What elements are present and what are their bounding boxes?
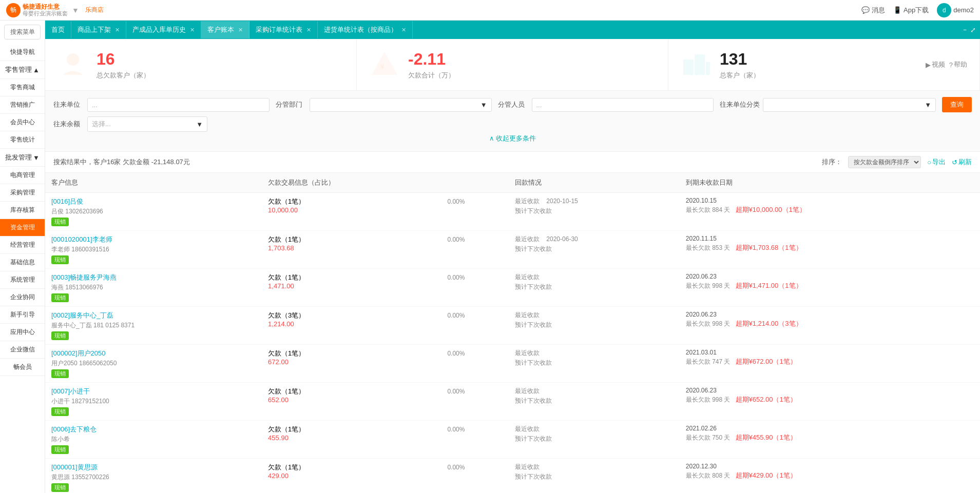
cell-customer: [000002]用户2050 用户2050 18665062050 现销	[45, 345, 262, 383]
cell-debt-info: 欠款（1笔） 1,703.68	[262, 231, 441, 269]
export-btn[interactable]: ○ 导出	[927, 157, 946, 167]
table-row: [0007]小进干 小进干 18279152100 现销 欠款（1笔） 652.…	[45, 383, 980, 421]
sidebar-item-enterprise[interactable]: 企业协同	[0, 289, 45, 306]
stat-card-total-customers: 131 总客户（家） ▶ 视频 ? 帮助	[668, 39, 980, 90]
customer-name-link[interactable]: [0016]吕俊	[51, 197, 256, 206]
tab-product-listing[interactable]: 商品上下架 ✕	[71, 21, 126, 38]
overdue-link[interactable]: 超期¥1,471.00（1笔）	[736, 282, 802, 289]
filter-input-balance[interactable]: 选择... ▼	[87, 116, 207, 132]
sidebar-item-wecom[interactable]: 企业微信	[0, 341, 45, 359]
sidebar-item-retail-stats[interactable]: 零售统计	[0, 131, 45, 149]
help-btn[interactable]: ? 帮助	[949, 60, 967, 69]
tab-label: 客户账本	[207, 25, 234, 34]
debt-amount[interactable]: 672.00	[268, 358, 435, 366]
sidebar-item-retail-mgmt[interactable]: 零售管理 ▲	[0, 61, 45, 79]
cell-due: 2020.10.15 最长欠款 884 天 超期¥10,000.00（1笔）	[680, 193, 980, 231]
customer-tag: 现销	[51, 407, 69, 416]
tab-home[interactable]: 首页	[45, 21, 71, 38]
message-btn[interactable]: 💬 消息	[861, 6, 885, 15]
sidebar-item-operations[interactable]: 经营管理	[0, 236, 45, 254]
sidebar-item-inventory[interactable]: 库存核算	[0, 202, 45, 219]
debt-amount[interactable]: 455.90	[268, 434, 435, 442]
tab-close-icon[interactable]: ✕	[401, 27, 406, 33]
customer-name-link[interactable]: [000002]用户2050	[51, 349, 256, 358]
tab-collapse-icon[interactable]: －	[962, 25, 968, 34]
tab-expand-icon[interactable]: ⤢	[970, 26, 976, 34]
sidebar-item-purchase[interactable]: 采购管理	[0, 184, 45, 202]
table-row: [0006]去下粮仓 陈小希 现销 欠款（1笔） 455.90 0.00% 最近…	[45, 421, 980, 459]
overdue-link[interactable]: 超期¥1,214.00（3笔）	[736, 320, 802, 327]
tab-close-icon[interactable]: ✕	[115, 27, 120, 33]
tab-close-icon[interactable]: ✕	[306, 27, 311, 33]
tab-close-icon[interactable]: ✕	[238, 27, 243, 33]
due-date: 2020.12.30	[686, 463, 974, 470]
filter-input-customer-unit[interactable]: ...	[87, 98, 270, 112]
debt-label: 欠款（1笔）	[268, 235, 435, 244]
debt-amount[interactable]: 1,214.00	[268, 320, 435, 328]
collapse-filters-btn[interactable]: ∧ 收起更多条件	[53, 132, 972, 145]
video-btn[interactable]: ▶ 视频	[926, 60, 945, 69]
sidebar-item-finance[interactable]: 资金管理	[0, 219, 45, 236]
tab-customer-account[interactable]: 客户账本 ✕	[201, 21, 249, 38]
overdue-link[interactable]: 超期¥652.00（1笔）	[736, 396, 797, 403]
debt-amount[interactable]: 429.00	[268, 472, 435, 480]
stat-label-debt-total: 欠款合计（万）	[408, 71, 455, 80]
overdue-link[interactable]: 超期¥455.90（1笔）	[736, 433, 797, 441]
tab-purchase-stats[interactable]: 采购订单统计表 ✕	[249, 21, 318, 38]
overdue-link[interactable]: 超期¥672.00（1笔）	[736, 358, 797, 365]
app-download-btn[interactable]: 📱 App下载	[893, 6, 929, 15]
stat-info-3: 131 总客户（家）	[720, 50, 760, 80]
customer-name-link[interactable]: [0006]去下粮仓	[51, 425, 256, 434]
stat-icon-2: ¥	[369, 49, 400, 80]
filter-input-unit-category[interactable]: ▼	[763, 98, 936, 112]
customer-name-link[interactable]: [0003]畅捷服务尹海燕	[51, 273, 256, 282]
sidebar-item-retail-mall[interactable]: 零售商城	[0, 79, 45, 96]
user-menu[interactable]: d demo2	[937, 3, 974, 17]
tab-inbound-history[interactable]: 产成品入库单历史 ✕	[126, 21, 201, 38]
sidebar-item-wholesale-mgmt[interactable]: 批发管理 ▼	[0, 149, 45, 167]
app-name: 畅捷通好生意	[23, 3, 68, 10]
sidebar-item-app-center[interactable]: 应用中心	[0, 324, 45, 341]
overdue-days: 最长欠款 998 天 超期¥1,214.00（3笔）	[686, 319, 974, 328]
sidebar-item-member2[interactable]: 畅会员	[0, 359, 45, 376]
sidebar-item-marketing[interactable]: 营销推广	[0, 96, 45, 114]
filter-input-person[interactable]: ...	[532, 98, 714, 112]
tab-inbound-stats[interactable]: 进货单统计表（按商品） ✕	[318, 21, 413, 38]
table-header-row: 客户信息 欠款交易信息（占比） 回款情况 到期未收款日期	[45, 173, 980, 193]
debt-amount[interactable]: 1,703.68	[268, 244, 435, 252]
sidebar-item-newbie[interactable]: 新手引导	[0, 306, 45, 324]
chevron-down-dept-icon: ▼	[481, 101, 487, 109]
filter-input-dept[interactable]: ▼	[310, 98, 492, 112]
next-collect-label: 预计下次收款	[515, 283, 674, 291]
tab-close-icon[interactable]: ✕	[190, 27, 195, 33]
sidebar-item-member[interactable]: 会员中心	[0, 114, 45, 131]
sidebar-item-system[interactable]: 系统管理	[0, 271, 45, 289]
overdue-link[interactable]: 超期¥1,703.68（1笔）	[736, 244, 802, 251]
debt-label: 欠款（1笔）	[268, 425, 435, 434]
customer-name-link[interactable]: [000001]黄思源	[51, 463, 256, 472]
message-label: 消息	[872, 6, 885, 15]
customer-name-link[interactable]: [0002]服务中心_丁磊	[51, 311, 256, 320]
overdue-link[interactable]: 超期¥10,000.00（1笔）	[736, 206, 806, 213]
table-row: [0002]服务中心_丁磊 服务中心_丁磊 181 0125 8371 现销 欠…	[45, 307, 980, 345]
sidebar-item-basic-info[interactable]: 基础信息	[0, 254, 45, 271]
customer-name-link[interactable]: [0001020001]李老师	[51, 235, 256, 244]
cell-customer: [0007]小进干 小进干 18279152100 现销	[45, 383, 262, 421]
overdue-link[interactable]: 超期¥429.00（1笔）	[736, 471, 797, 479]
logo-area: 畅 畅捷通好生意 母婴行业演示账套	[6, 3, 68, 17]
sidebar-item-ecommerce[interactable]: 电商管理	[0, 167, 45, 184]
sort-select[interactable]: 按欠款金额倒序排序	[848, 156, 921, 168]
expand-icon[interactable]: ▼	[72, 6, 79, 14]
sidebar-item-quick-nav[interactable]: 快捷导航	[0, 44, 45, 61]
debt-amount[interactable]: 652.00	[268, 396, 435, 404]
search-btn[interactable]: 查询	[942, 97, 972, 112]
store-link[interactable]: 乐商店	[85, 6, 104, 14]
results-bar: 搜索结果中，客户16家 欠款金额 -21,148.07元 排序： 按欠款金额倒序…	[45, 152, 980, 173]
cell-collection: 最近收款 预计下次收款	[509, 459, 680, 494]
customer-name-link[interactable]: [0007]小进干	[51, 387, 256, 396]
debt-amount[interactable]: 10,000.00	[268, 206, 435, 214]
search-menu-btn[interactable]: 搜索菜单	[4, 25, 41, 40]
debt-amount[interactable]: 1,471.00	[268, 282, 435, 290]
refresh-btn[interactable]: ↺ 刷新	[952, 157, 972, 167]
recent-collect-label: 最近收款 2020-10-15	[515, 197, 674, 206]
